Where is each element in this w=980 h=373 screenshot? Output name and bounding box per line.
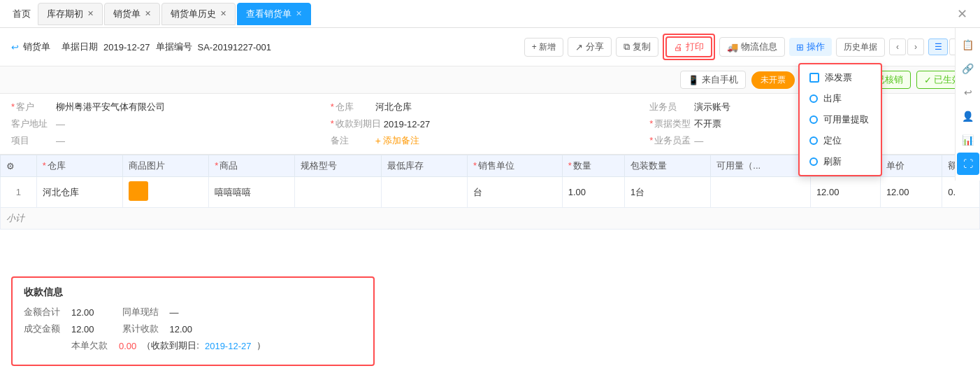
payment-info-title: 收款信息 (24, 286, 362, 299)
tab-view-sales[interactable]: 查看销货单 ✕ (237, 3, 311, 25)
cumulative-value: 12.00 (170, 324, 193, 335)
row-spec (295, 177, 381, 208)
right-sidebar: 📋 🔗 ↩ 👤 📊 ⛶ (955, 28, 980, 181)
dropdown-available-qty[interactable]: 可用量提取 (800, 109, 881, 130)
share-icon: ↗ (575, 42, 583, 52)
tab-close-inventory[interactable]: ✕ (87, 9, 94, 18)
row-product: 嘻嘻嘻嘻 (209, 177, 295, 208)
cumulative-label: 累计收款 (122, 323, 164, 335)
customer-field: 客户 柳州粤港平安气体有限公司 (11, 101, 331, 113)
next-button[interactable]: › (907, 38, 924, 55)
dropdown-refresh[interactable]: 刷新 (800, 151, 881, 172)
locate-icon (809, 136, 818, 145)
payment-row-1: 金额合计 12.00 同单现结 — (24, 306, 362, 318)
tab-inventory[interactable]: 库存期初 ✕ (38, 3, 103, 25)
payment-date-field: 收款到期日 2019-12-27 (331, 118, 650, 130)
row-image (123, 177, 209, 208)
subtotal-label: 小计 (1, 208, 980, 230)
due-date: 2019-12-27 (205, 341, 252, 351)
bottom-area: 收款信息 金额合计 12.00 同单现结 — 成交金额 12.00 累计收款 (0, 269, 980, 373)
meta-no-value: SA-20191227-001 (198, 42, 272, 52)
effective-icon: ✓ (924, 75, 932, 85)
operate-button[interactable]: ⊞ 操作 (789, 38, 832, 56)
doc-title: ↩ 销货单 (11, 41, 50, 53)
add-note-button[interactable]: + 添加备注 (375, 134, 419, 147)
available-qty-label: 可用量提取 (823, 113, 869, 126)
cumulative: 累计收款 12.00 (122, 323, 193, 335)
project-label: 项目 (11, 134, 53, 147)
payment-date-value: 2019-12-27 (384, 119, 431, 129)
tab-bar: 首页 库存期初 ✕ 销货单 ✕ 销货单历史 ✕ 查看销货单 ✕ ✕ (0, 0, 980, 28)
row-amount: 0. (942, 177, 980, 208)
available-qty-icon (809, 115, 818, 124)
ticket-type-label: 票据类型 (649, 118, 691, 130)
tab-close-view-sales[interactable]: ✕ (296, 9, 302, 18)
sidebar-icon-expand[interactable]: ⛶ (957, 153, 979, 175)
warehouse-label: 仓库 (331, 101, 373, 113)
tab-sales[interactable]: 销货单 ✕ (104, 3, 160, 25)
tab-home[interactable]: 首页 (7, 8, 36, 20)
col-pkg-qty: 包装数量 (625, 155, 711, 177)
col-available: 可用量（... (711, 155, 811, 177)
sidebar-icon-5[interactable]: 📊 (957, 129, 979, 151)
payment-row-3: 本单欠款 0.00 （收款到期日: 2019-12-27 ） (24, 339, 362, 352)
meta-no-label: 单据编号 (156, 41, 192, 53)
add-invoice-icon (809, 73, 819, 83)
global-close-button[interactable]: ✕ (951, 6, 973, 22)
tab-close-sales-history[interactable]: ✕ (220, 9, 226, 18)
add-note-plus-icon: + (375, 135, 381, 146)
list-view-button[interactable]: ☰ (928, 38, 948, 55)
sidebar-icon-4[interactable]: 👤 (957, 105, 979, 127)
col-min-stock: 最低库存 (381, 155, 467, 177)
from-mobile-button[interactable]: 📱 来自手机 (680, 71, 746, 89)
prev-button[interactable]: ‹ (889, 38, 906, 55)
new-button[interactable]: + 新增 (524, 38, 563, 57)
tab-sales-history[interactable]: 销货单历史 ✕ (161, 3, 236, 25)
dropdown-locate[interactable]: 定位 (800, 130, 881, 151)
row-warehouse: 河北仓库 (36, 177, 122, 208)
doc-type-label: 销货单 (23, 41, 50, 53)
copy-icon: ⧉ (624, 41, 630, 52)
deal-amount-label: 成交金额 (24, 323, 66, 335)
ticket-type-value: 不开票 (694, 118, 721, 130)
dropdown-outbound[interactable]: 出库 (800, 88, 881, 109)
address-value: — (56, 119, 65, 129)
doc-actions: + 新增 ↗ 分享 ⧉ 复制 🖨 打印 🚚 物流信息 ⊞ 操作 (524, 34, 969, 60)
due-label: 本单欠款 (71, 339, 113, 352)
address-label: 客户地址 (11, 118, 53, 130)
row-unit-price: 12.00 (880, 177, 942, 208)
same-order: 同单现结 — (122, 306, 179, 318)
sidebar-icon-2[interactable]: 🔗 (957, 57, 979, 80)
logistics-button[interactable]: 🚚 物流信息 (719, 37, 785, 57)
same-order-label: 同单现结 (122, 306, 164, 318)
staff2-value: — (694, 136, 703, 146)
copy-button[interactable]: ⧉ 复制 (616, 37, 658, 57)
subtotal-row: 小计 (1, 208, 980, 230)
history-button[interactable]: 历史单据 (836, 38, 885, 57)
deal-amount-value: 12.00 (71, 324, 94, 335)
not-open-button[interactable]: 未开票 (751, 71, 795, 89)
due-amount: 本单欠款 0.00 （收款到期日: 2019-12-27 ） (71, 339, 266, 352)
row-min-stock (381, 177, 467, 208)
dropdown-add-invoice[interactable]: 添发票 (800, 67, 881, 88)
nav-arrows: ‹ › (889, 38, 924, 55)
locate-label: 定位 (823, 134, 842, 147)
col-spec: 规格型号 (295, 155, 381, 177)
customer-label: 客户 (11, 101, 53, 113)
share-button[interactable]: ↗ 分享 (568, 37, 612, 57)
row-available (711, 177, 811, 208)
sidebar-icon-3[interactable]: ↩ (957, 81, 979, 104)
col-gear: ⚙ (1, 155, 37, 177)
meta-date-value: 2019-12-27 (103, 42, 150, 52)
staff-label: 业务员 (649, 101, 691, 113)
payment-date-label: 收款到期日 (331, 118, 381, 130)
warehouse-value: 河北仓库 (375, 101, 412, 113)
row-current-qty: 12.00 (810, 177, 880, 208)
print-button[interactable]: 🖨 打印 (665, 36, 712, 57)
tab-close-sales[interactable]: ✕ (145, 9, 151, 18)
same-order-value: — (170, 307, 179, 318)
sidebar-icon-1[interactable]: 📋 (957, 34, 979, 56)
product-thumbnail (129, 181, 148, 201)
project-field: 项目 — (11, 134, 331, 147)
deal-amount: 成交金额 12.00 (24, 323, 94, 335)
